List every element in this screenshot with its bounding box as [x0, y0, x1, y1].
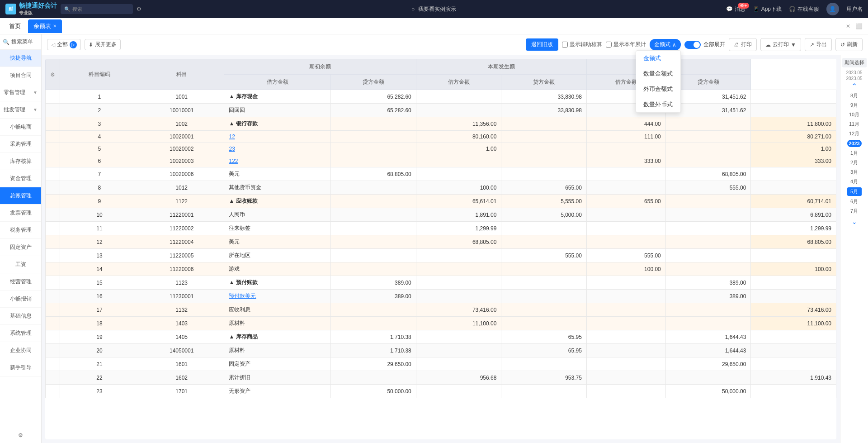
demo-link[interactable]: ○ 我要看实例演示 [411, 5, 456, 13]
sidebar-item-systemmanage[interactable]: 系统管理 [0, 325, 41, 342]
export-btn[interactable]: ↗ 导出 [805, 38, 832, 51]
sidebar-item-basicinfo[interactable]: 基础信息 [0, 308, 41, 325]
format-option-quantity-foreign[interactable]: 数量外币式 [636, 97, 680, 112]
online-service-btn[interactable]: 🎧 在线客服 [789, 5, 819, 13]
filter-right-icon[interactable]: ▷ [70, 41, 77, 48]
filter-group[interactable]: ◁ 全部 ▷ [47, 39, 81, 50]
tab-balance-sheet[interactable]: 余额表 ✕ [28, 19, 62, 33]
period-title[interactable]: 期间选择 [842, 58, 867, 67]
row-debit-begin: 29,650.00 [331, 357, 416, 371]
month-jun[interactable]: 6月 [849, 197, 860, 206]
format-option-quantity-amount[interactable]: 数量金额式 [636, 66, 680, 81]
row-name[interactable]: 23 [224, 143, 331, 155]
row-debit-end: 1,644.43 [665, 330, 751, 344]
sidebar-item-ledger[interactable]: 总账管理 [0, 187, 41, 205]
row-settings-col [46, 290, 60, 303]
th-debit-begin: 借方金额 [224, 75, 331, 90]
sidebar-item-cooperation[interactable]: 企业协同 [0, 342, 41, 359]
month-jul[interactable]: 7月 [849, 207, 860, 215]
month-aug[interactable]: 8月 [849, 91, 860, 100]
month-jan[interactable]: 1月 [849, 149, 860, 157]
month-may-current[interactable]: 5月 [847, 187, 862, 196]
format-btn[interactable]: 金额式 ∧ [650, 39, 681, 50]
search-bar[interactable]: 🔍 搜索 [61, 4, 133, 14]
toggle-expand-switch[interactable] [684, 41, 701, 49]
row-name[interactable]: 122 [224, 155, 331, 167]
tab-minimize-icon[interactable]: ✕ [844, 21, 852, 31]
table-row: 171132应收利息73,416.0073,416.00 [46, 303, 836, 317]
checkbox-yearsum[interactable]: 显示本年累计 [606, 41, 646, 48]
sidebar-item-invoice[interactable]: 发票管理 [0, 205, 41, 222]
month-feb[interactable]: 2月 [849, 158, 860, 167]
expand-more-btn[interactable]: ⬇ 展开更多 [85, 39, 121, 50]
row-code: 10010001 [139, 104, 224, 117]
row-debit-end: 1,644.43 [665, 344, 751, 357]
row-debit-occur [501, 117, 587, 131]
refresh-btn[interactable]: ↺ 刷新 [835, 38, 863, 51]
period-panel: 期间选择 2023.05 2023.05 ⌃ 8月 9月 10月 11月 12月… [840, 55, 868, 443]
sidebar-settings-btn[interactable]: ⚙ [0, 428, 41, 443]
format-option-foreign-amount[interactable]: 外币金额式 [636, 81, 680, 97]
row-debit-begin [331, 317, 416, 330]
th-settings[interactable]: ⚙ [46, 59, 60, 90]
table-row: 1611230001预付款美元389.00389.00 [46, 290, 836, 303]
row-number: 22 [60, 371, 139, 385]
month-sep[interactable]: 9月 [849, 101, 860, 110]
row-name[interactable]: 12 [224, 131, 331, 143]
row-credit-begin [416, 276, 501, 290]
sidebar-item-tax[interactable]: 税务管理 [0, 222, 41, 239]
tab-home[interactable]: 首页 [4, 19, 26, 33]
sidebar-item-purchase[interactable]: 采购管理 [0, 136, 41, 153]
th-credit-begin: 贷方金额 [331, 75, 416, 90]
sidebar-item-ecommerce[interactable]: 小畅电商 [0, 119, 41, 136]
month-nov[interactable]: 11月 [847, 120, 861, 129]
row-credit-end: 333.00 [751, 155, 836, 167]
period-up-nav[interactable]: ⌃ [851, 82, 857, 91]
row-debit-begin [331, 371, 416, 385]
sidebar-item-retail[interactable]: 零售管理 ▼ [0, 84, 41, 101]
app-download-btn[interactable]: 📱 App下载 [753, 5, 782, 13]
sidebar-item-operations[interactable]: 经营管理 [0, 273, 41, 291]
sidebar-item-quicknav[interactable]: 快捷导航 [0, 50, 41, 67]
sidebar-item-expense[interactable]: 小畅报销 [0, 291, 41, 308]
checkbox-auxiliary[interactable]: 显示辅助核算 [562, 41, 602, 48]
table-row: 210010001回回回65,282.6033,830.9831,451.62 [46, 104, 836, 117]
print-btn[interactable]: 🖨 打印 [729, 38, 757, 51]
messages-btn[interactable]: 💬 消息 99+ [726, 5, 745, 13]
row-debit-occur: 953.75 [501, 371, 587, 385]
month-apr[interactable]: 4月 [849, 177, 860, 186]
sidebar-item-wholesale[interactable]: 批发管理 ▼ [0, 101, 41, 119]
checkbox-auxiliary-input[interactable] [562, 42, 568, 48]
row-settings-col [46, 235, 60, 249]
row-credit-end: 73,416.00 [751, 303, 836, 317]
table-row: 1411220006游戏100.00100.00 [46, 262, 836, 276]
return-old-btn[interactable]: 退回旧版 [526, 38, 558, 51]
tab-close-icon[interactable]: ✕ [53, 24, 57, 29]
sidebar-item-salary[interactable]: 工资 [0, 256, 41, 273]
settings-icon[interactable]: ⚙ [137, 6, 142, 12]
tab-maximize-icon[interactable]: ⬜ [854, 21, 864, 31]
month-oct[interactable]: 10月 [847, 110, 861, 119]
sidebar-item-inventory[interactable]: 库存核算 [0, 153, 41, 170]
checkbox-yearsum-input[interactable] [606, 42, 612, 48]
row-code: 11220005 [139, 249, 224, 262]
row-number: 16 [60, 290, 139, 303]
month-dec[interactable]: 12月 [847, 129, 861, 138]
row-name: 累计折旧 [224, 371, 331, 385]
sidebar-item-fixedassets[interactable]: 固定资产 [0, 239, 41, 256]
month-mar[interactable]: 3月 [849, 168, 860, 176]
sidebar-item-newbie[interactable]: 新手引导 [0, 359, 41, 376]
th-name: 科目 [139, 59, 224, 90]
row-name: 应收利息 [224, 303, 331, 317]
settings-icon[interactable]: ⚙ [50, 71, 55, 78]
sidebar-item-capital[interactable]: 资金管理 [0, 170, 41, 187]
cloud-print-btn[interactable]: ☁ 云打印 ▼ [760, 38, 801, 51]
period-down-nav[interactable]: ⌄ [852, 218, 857, 225]
user-avatar[interactable]: 👤 [826, 3, 839, 15]
sidebar-item-projectcontract[interactable]: 项目合同 [0, 67, 41, 84]
sidebar-search[interactable]: 🔍 搜索菜单 [0, 34, 41, 50]
format-option-amount[interactable]: 金额式 [636, 51, 680, 66]
row-name[interactable]: 预付款美元 [224, 290, 331, 303]
row-code: 1122 [139, 195, 224, 208]
row-name: 游戏 [224, 262, 331, 276]
